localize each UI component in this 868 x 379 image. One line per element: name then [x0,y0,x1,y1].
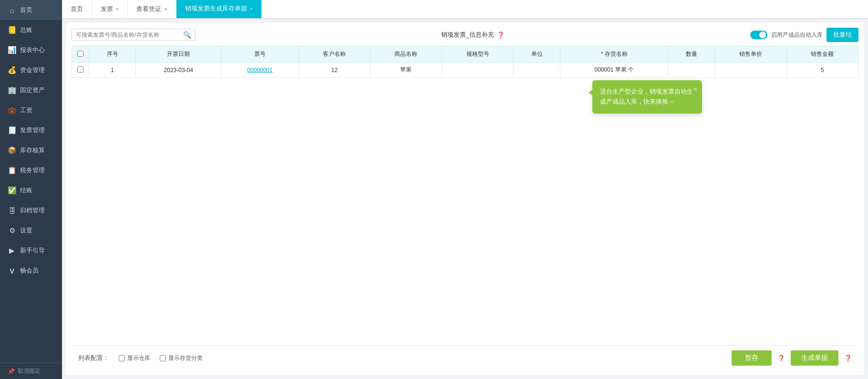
search-input[interactable] [76,32,180,38]
toggle-label: 启用产成品自动入库 [771,31,823,39]
unpin-button[interactable]: 📌 取消固定 [0,363,62,379]
col-header-amount: 销售金额 [786,46,858,63]
col-header-spec: 规格型号 [442,46,514,63]
table-wrapper: 序号 开票日期 票号 客户名称 商品名称 规格型号 单位 存货名称 数量 销售单… [72,46,858,345]
tooltip-box: × 适合生产型企业，销项发票自动生成产成品入库，快来体验～ [592,80,702,114]
col-header-qty: 数量 [668,46,715,63]
guide-icon: ▶ [8,246,16,255]
config-label: 列表配置： [78,354,109,362]
sidebar-item-home[interactable]: ⌂ 首页 [0,0,62,20]
batch-button[interactable]: 批量结 [827,28,858,42]
col-header-customer: 客户名称 [299,46,370,63]
sidebar-item-tax[interactable]: 📋 税务管理 [0,160,62,180]
row-date: 2023-03-04 [136,63,221,78]
invoice-mgmt-icon: 🧾 [8,126,16,135]
sidebar-item-invoice-mgmt[interactable]: 🧾 发票管理 [0,120,62,140]
show-warehouse-label: 显示仓库 [127,354,150,362]
close-stock-tab[interactable]: × [250,6,253,11]
settlement-icon: ✅ [8,186,16,195]
bottom-actions: 暂存 ❓ 生成单据 ❓ [732,350,852,366]
center-label: 销项发票_信息补充 [441,31,494,39]
tab-bar: 首页 发票 × 查看凭证 × 销项发票生成库存单据 × [62,0,868,19]
show-warehouse-item[interactable]: 显示仓库 [119,354,150,362]
pin-icon: 📌 [8,368,15,375]
close-invoice-tab[interactable]: × [116,6,119,12]
tab-voucher[interactable]: 查看凭证 × [128,0,176,18]
unpin-label: 取消固定 [18,367,41,375]
toolbar-center: 销项发票_信息补充 ❓ [200,31,745,39]
col-header-unit: 单位 [514,46,560,63]
sidebar-item-ledger[interactable]: 📒 总账 [0,20,62,40]
col-header-checkbox [72,46,89,63]
sidebar-item-reports[interactable]: 📊 报表中心 [0,40,62,60]
row-checkbox[interactable] [77,66,83,73]
search-icon: 🔍 [183,31,191,39]
row-checkbox-cell [72,63,89,78]
show-category-item[interactable]: 显示存货分类 [160,354,203,362]
sidebar-item-salary[interactable]: 💼 工资 [0,100,62,120]
sidebar-item-funds[interactable]: 💰 资金管理 [0,60,62,80]
row-number: 00000001 [221,63,299,78]
sidebar-item-archive[interactable]: 🗄 归档管理 [0,200,62,221]
tooltip-close-button[interactable]: × [693,84,697,95]
generate-button[interactable]: 生成单据 [791,350,838,366]
fixed-assets-icon: 🏢 [8,86,16,95]
sidebar-item-fixed-assets[interactable]: 🏢 固定资产 [0,80,62,100]
row-qty [668,63,715,78]
tooltip-text: 适合生产型企业，销项发票自动生成产成品入库，快来体验～ [600,88,693,105]
save-info-icon[interactable]: ❓ [777,355,785,362]
tax-icon: 📋 [8,166,16,175]
show-warehouse-checkbox[interactable] [119,355,125,361]
row-amount: 5 [786,63,858,78]
row-product: 苹果 [370,63,442,78]
show-category-checkbox[interactable] [160,355,166,361]
reports-icon: 📊 [8,46,16,54]
close-voucher-tab[interactable]: × [164,6,167,12]
archive-icon: 🗄 [8,207,16,215]
vip-icon: V [8,267,16,275]
home-icon: ⌂ [8,6,16,14]
col-header-unit-price: 销售单价 [715,46,786,63]
search-box[interactable]: 🔍 [72,29,196,41]
data-table: 序号 开票日期 票号 客户名称 商品名称 规格型号 单位 存货名称 数量 销售单… [72,46,858,78]
funds-icon: 💰 [8,66,16,74]
toolbar: 🔍 销项发票_信息补充 ❓ 启用产成品自动入库 批量结 [72,28,858,42]
table-row: 1 2023-03-04 00000001 12 苹果 000001 苹果 个 … [72,63,858,78]
col-header-stock: 存货名称 [560,46,668,63]
col-header-date: 开票日期 [136,46,221,63]
save-button[interactable]: 暂存 [732,350,772,366]
row-unit-price [715,63,786,78]
sidebar-item-settlement[interactable]: ✅ 结账 [0,180,62,200]
show-category-label: 显示存货分类 [168,354,203,362]
inventory-icon: 📦 [8,146,16,155]
tab-invoice[interactable]: 发票 × [92,0,128,18]
center-info-icon[interactable]: ❓ [497,32,505,39]
bottom-bar: 列表配置： 显示仓库 显示存货分类 暂存 ❓ 生成单据 ❓ [72,345,858,370]
ledger-icon: 📒 [8,26,16,34]
col-header-product: 商品名称 [370,46,442,63]
page-content: 🔍 销项发票_信息补充 ❓ 启用产成品自动入库 批量结 [66,23,864,375]
tab-home[interactable]: 首页 [62,0,92,18]
sidebar-item-inventory[interactable]: 📦 库存核算 [0,140,62,160]
select-all-checkbox[interactable] [77,51,83,57]
row-customer: 12 [299,63,370,78]
salary-icon: 💼 [8,106,16,115]
row-unit [514,63,560,78]
row-seq: 1 [89,63,136,78]
auto-stock-toggle[interactable] [750,31,767,39]
invoice-number-link[interactable]: 00000001 [247,67,272,74]
col-header-seq: 序号 [89,46,136,63]
col-header-number: 票号 [221,46,299,63]
sidebar: ⌂ 首页 📒 总账 📊 报表中心 💰 资金管理 🏢 固定资产 💼 工资 🧾 发票… [0,0,62,379]
tab-stock-sheet[interactable]: 销项发票生成库存单据 × [176,0,262,18]
toolbar-right: 启用产成品自动入库 批量结 [750,28,858,42]
row-spec [442,63,514,78]
main-area: 首页 发票 × 查看凭证 × 销项发票生成库存单据 × 🔍 销项发票_信息补充 … [62,0,868,379]
sidebar-item-guide[interactable]: ▶ 新手引导 [0,241,62,261]
settings-icon: ⚙ [8,226,16,235]
row-stock: 000001 苹果 个 [560,63,668,78]
sidebar-item-vip[interactable]: V 畅会员 [0,261,62,281]
sidebar-item-settings[interactable]: ⚙ 设置 [0,221,62,241]
generate-info-icon[interactable]: ❓ [844,355,852,362]
